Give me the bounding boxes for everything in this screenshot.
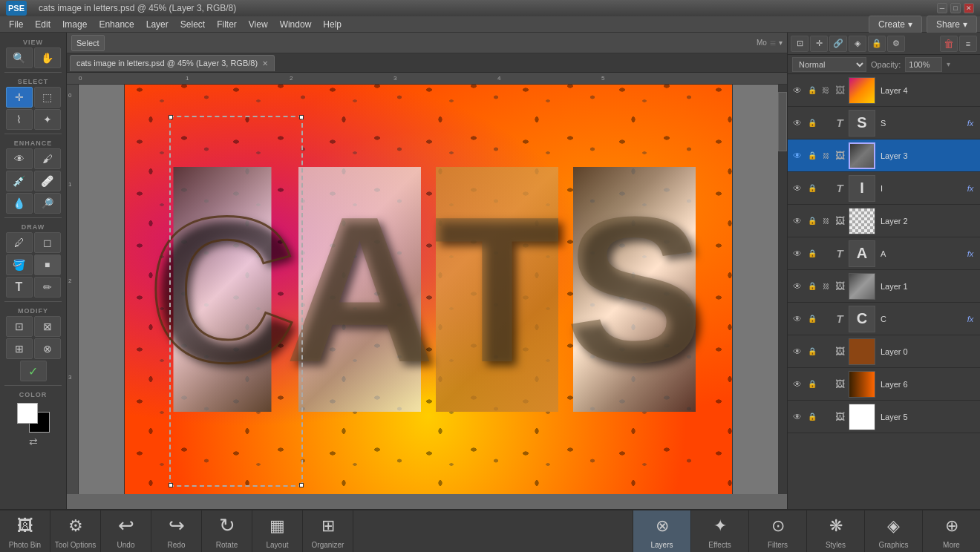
layer2-chain-btn[interactable]: ⛓ (820, 216, 831, 226)
lasso-tool[interactable]: ⌇ (6, 109, 33, 130)
photo-bin-panel-item[interactable]: 🖼 Photo Bin (0, 510, 50, 552)
layer-item-layer1-text[interactable]: 👁 🔒 T C C fx (788, 303, 980, 335)
opacity-input[interactable] (905, 57, 942, 72)
panel-delete-btn[interactable]: 🗑 (940, 36, 958, 52)
enhance-brush-tool[interactable]: 🖌 (34, 148, 61, 169)
close-button[interactable]: ✕ (964, 3, 974, 13)
type-tool[interactable]: T (6, 277, 33, 298)
layer1-chain-btn[interactable]: ⛓ (820, 281, 831, 292)
filters-panel-btn[interactable]: ⊙ Filters (748, 510, 806, 552)
share-button[interactable]: Share ▾ (927, 16, 977, 33)
transform-tool[interactable]: ⊠ (34, 316, 61, 337)
layer-item-layer6[interactable]: 👁 🔒 🖼 Layer 6 (788, 368, 980, 401)
blend-mode-select[interactable]: Normal Dissolve Multiply Screen Overlay (792, 57, 866, 72)
eyedrop-tool[interactable]: 👁 (6, 148, 33, 169)
blur-tool[interactable]: 💧 (6, 193, 33, 214)
layer6-lock-btn[interactable]: 🔒 (806, 378, 818, 390)
menu-edit[interactable]: Edit (29, 18, 56, 31)
layer5-lock-btn[interactable]: 🔒 (806, 411, 818, 423)
auto-fix-tool[interactable]: ⊗ (34, 338, 61, 359)
layer4-visibility-btn[interactable]: 👁 (791, 84, 804, 97)
eraser-tool[interactable]: ◻ (34, 232, 61, 253)
recompose-tool[interactable]: ⊞ (6, 338, 33, 359)
menu-select[interactable]: Select (174, 18, 211, 31)
document-tab[interactable]: cats image in letters.psd @ 45% (Layer 3… (70, 55, 275, 71)
menu-window[interactable]: Window (274, 18, 318, 31)
layer6-visibility-btn[interactable]: 👁 (791, 378, 804, 391)
hand-tool[interactable]: ✋ (34, 47, 61, 68)
menu-enhance[interactable]: Enhance (93, 18, 140, 31)
layer-item-layer3-text[interactable]: 👁 🔒 T S S fx (788, 107, 980, 139)
menu-file[interactable]: File (3, 18, 29, 31)
color-square-tool[interactable]: ■ (34, 254, 61, 275)
graphics-panel-btn[interactable]: ◈ Graphics (864, 510, 922, 552)
move-tool[interactable]: ✛ (6, 87, 33, 108)
layer-item-layer2-text[interactable]: 👁 🔒 T A A fx (788, 237, 980, 270)
rotate-panel-item[interactable]: ↻ Rotate (202, 510, 252, 552)
layer3t2-fx-btn[interactable]: fx (964, 182, 977, 195)
menu-view[interactable]: View (243, 18, 274, 31)
layers-panel-btn[interactable]: ⊗ Layers (633, 510, 690, 552)
healing-tool[interactable]: 🩹 (34, 171, 61, 191)
canvas-image[interactable]: C A T (124, 85, 733, 494)
layer0-lock-btn[interactable]: 🔒 (806, 346, 818, 358)
layer-item-layer0[interactable]: 👁 🔒 🖼 Layer 0 (788, 335, 980, 368)
pencil-tool[interactable]: ✏ (34, 277, 61, 298)
panel-tool-1[interactable]: ⊡ (791, 36, 808, 52)
minimize-button[interactable]: ─ (937, 3, 947, 13)
swap-colors-btn[interactable]: ⇄ (4, 436, 62, 447)
layer5-visibility-btn[interactable]: 👁 (791, 410, 804, 424)
layer3t2-lock-btn[interactable]: 🔒 (806, 183, 818, 194)
brush-tool[interactable]: 🖊 (6, 232, 33, 253)
layer-item-layer1[interactable]: 👁 🔒 ⛓ 🖼 Layer 1 (788, 270, 980, 303)
layer1t-lock-btn[interactable]: 🔒 (806, 313, 818, 325)
effects-panel-btn[interactable]: ✦ Effects (690, 510, 748, 552)
crop-tool[interactable]: ⊡ (6, 316, 33, 337)
sharpen-tool[interactable]: 🔎 (34, 193, 61, 214)
layer2-visibility-btn[interactable]: 👁 (791, 214, 804, 228)
marquee-tool[interactable]: ⬚ (34, 87, 61, 108)
panel-tool-6[interactable]: ⚙ (887, 36, 905, 52)
panel-tool-5[interactable]: 🔒 (868, 36, 886, 52)
checkmark-tool[interactable]: ✓ (20, 361, 47, 381)
layer-item-layer3[interactable]: 👁 🔒 ⛓ 🖼 Layer 3 (788, 139, 980, 172)
layer2t-fx-btn[interactable]: fx (964, 247, 977, 260)
paint-bucket-tool[interactable]: 🪣 (6, 254, 33, 275)
layer0-visibility-btn[interactable]: 👁 (791, 345, 804, 358)
panel-tool-3[interactable]: 🔗 (829, 36, 847, 52)
layer4-chain-btn[interactable]: ⛓ (820, 85, 831, 96)
layer-item-layer5[interactable]: 👁 🔒 🖼 Layer 5 (788, 401, 980, 433)
layer3-lock-btn[interactable]: 🔒 (806, 150, 818, 162)
panel-menu-btn[interactable]: ≡ (959, 36, 977, 52)
select-option-button[interactable]: Select (71, 35, 105, 51)
layer3-chain-btn[interactable]: ⛓ (820, 151, 831, 161)
opacity-arrow[interactable]: ▾ (947, 60, 950, 68)
layer3t2-visibility-btn[interactable]: 👁 (791, 182, 804, 195)
maximize-button[interactable]: □ (950, 3, 961, 13)
foreground-color-swatch[interactable] (17, 403, 38, 424)
layer3t-visibility-btn[interactable]: 👁 (791, 116, 804, 130)
layer4-lock-btn[interactable]: 🔒 (806, 85, 818, 96)
layer1-lock-btn[interactable]: 🔒 (806, 280, 818, 292)
layer1t-visibility-btn[interactable]: 👁 (791, 312, 804, 326)
menu-help[interactable]: Help (317, 18, 347, 31)
color-swatches[interactable] (17, 403, 50, 433)
doc-tab-close-button[interactable]: ✕ (262, 59, 268, 68)
more-panel-btn[interactable]: ⊕ More (922, 510, 980, 552)
layer2t-lock-btn[interactable]: 🔒 (806, 248, 818, 260)
menu-image[interactable]: Image (56, 18, 93, 31)
menu-filter[interactable]: Filter (211, 18, 243, 31)
layer3t-fx-btn[interactable]: fx (964, 116, 977, 130)
panel-tool-2[interactable]: ✛ (810, 36, 828, 52)
clone-tool[interactable]: 💉 (6, 171, 33, 191)
panel-tool-4[interactable]: ◈ (849, 36, 866, 52)
menu-layer[interactable]: Layer (140, 18, 174, 31)
organizer-panel-item[interactable]: ⊞ Organizer (303, 510, 353, 552)
scrollbar-thumb-vertical[interactable] (778, 92, 787, 151)
tool-options-panel-item[interactable]: ⚙ Tool Options (50, 510, 101, 552)
layer1t-fx-btn[interactable]: fx (964, 312, 977, 326)
create-button[interactable]: Create ▾ (869, 16, 922, 33)
styles-panel-btn[interactable]: ❋ Styles (806, 510, 864, 552)
layer-item-layer4[interactable]: 👁 🔒 ⛓ 🖼 Layer 4 (788, 74, 980, 107)
layer1-visibility-btn[interactable]: 👁 (791, 280, 804, 293)
